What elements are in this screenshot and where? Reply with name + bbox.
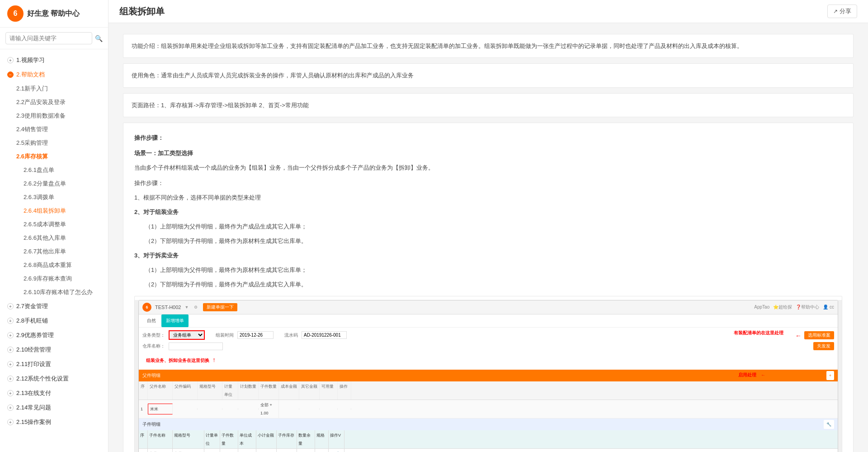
scene1-desc: 当由多个子件材料组装成一个成品的业务为【组装】业务，当由一个父件拆分成多个子产品… xyxy=(134,162,842,174)
th-child-qty: 子件数量 xyxy=(259,381,279,400)
nav-tree: + 1.视频学习 − 2.帮助文档 2.1新手入门 2.2产品安装及登录 2.3… xyxy=(0,49,108,452)
app-nav: 自然 新增增单 xyxy=(139,314,838,328)
app-icon-apptao: AppTao xyxy=(754,303,769,312)
app-settings-icon: ⚙ xyxy=(194,303,198,311)
section-add-btn[interactable]: + xyxy=(826,371,834,380)
sidebar-item-adjust[interactable]: 2.6.3调拨单 xyxy=(0,190,108,204)
sth-ucost: 单位成本 xyxy=(238,430,256,448)
app-icon-help: ❓帮助中心 xyxy=(796,303,819,312)
th-code: 父件编码 xyxy=(173,381,198,400)
sidebar-item-install[interactable]: 2.2产品安装及登录 xyxy=(0,95,108,109)
td-unit xyxy=(222,408,238,410)
sidebar-item-faq[interactable]: + 2.14常见问题 xyxy=(0,400,108,415)
app-company: TEST-H002 xyxy=(155,302,181,312)
section-bar-parent: 父件明细 + 启用处理 ← xyxy=(139,370,838,381)
sidebar-item-coupon[interactable]: + 2.9优惠券管理 xyxy=(0,328,108,343)
form-warehouse-input[interactable] xyxy=(169,343,223,350)
sidebar-item-split-take[interactable]: 2.6.2分量盘点单 xyxy=(0,177,108,190)
parent-table-row: 1 米米 全部 + 1.00 xyxy=(139,400,838,419)
path-text: 页面路径：1、库存核算->库存管理->组装拆卸单 2、首页->常用功能 xyxy=(132,102,309,109)
sidebar-item-stock-check[interactable]: 2.6.9库存账本查询 xyxy=(0,272,108,285)
sidebar-item-docs[interactable]: − 2.帮助文档 xyxy=(0,67,108,82)
sidebar-item-inventory[interactable]: 2.6库存核算 xyxy=(0,150,108,163)
step2-2: （2）下部明细为子件明细，最终作为原材料生成其它出库单。 xyxy=(134,235,842,247)
form-batch-btn[interactable]: 关发发 xyxy=(813,342,834,350)
app-form: 业务类型： 业务组单 业务拆单 组装时间 流水码 有装配清单的 xyxy=(139,328,838,370)
share-icon: ↗ xyxy=(833,8,838,14)
sth-op: 操作V xyxy=(329,430,344,448)
sidebar-item-cases[interactable]: + 2.15操作案例 xyxy=(0,415,108,429)
form-type-select[interactable]: 业务组单 业务拆单 xyxy=(169,330,205,340)
steps-block: 操作步骤： 场景一：加工类型选择 当由多个子件材料组装成一个成品的业务为【组装】… xyxy=(123,123,854,452)
td-avail xyxy=(320,408,338,410)
td-other xyxy=(299,408,320,410)
sidebar-item-wrong-account[interactable]: 2.6.10库存账本错了怎么办 xyxy=(0,285,108,299)
sidebar-item-payment[interactable]: + 2.13在线支付 xyxy=(0,386,108,400)
th-name: 父件名称 xyxy=(148,381,173,400)
sidebar-item-assembly[interactable]: 2.6.4组装拆卸单 xyxy=(0,204,108,218)
th-avail: 可用量 xyxy=(320,381,338,400)
sidebar-item-mobile[interactable]: + 2.8手机旺铺 xyxy=(0,314,108,328)
steps-title: 操作步骤： xyxy=(134,132,842,144)
app-new-btn[interactable]: 新建单据一下 xyxy=(203,303,237,311)
toggle-icon-ops: + xyxy=(7,347,14,353)
main-area: 组装拆卸单 ↗ 分享 功能介绍：组装拆卸单用来处理企业组装或拆卸等加工业务，支持… xyxy=(108,0,868,452)
sidebar-item-video[interactable]: + 1.视频学习 xyxy=(0,53,108,67)
td-idx: 1 xyxy=(139,404,148,414)
form-confirm-btn[interactable]: 选用标准案 xyxy=(804,331,834,339)
toggle-icon-docs: − xyxy=(7,71,14,78)
annotation-arrow-batch: ← xyxy=(761,371,765,380)
th-cost: 成本金额 xyxy=(279,381,299,400)
sidebar-item-purchase[interactable]: 2.5采购管理 xyxy=(0,136,108,150)
th-unit: 计量单位 xyxy=(222,381,238,400)
app-top-icons: AppTao ⭐超给探 ❓帮助中心 👤 cc xyxy=(754,303,834,312)
step2-1: （1）上部明细为父件明细，最终作为产成品生成其它入库单； xyxy=(134,221,842,233)
share-button[interactable]: ↗ 分享 xyxy=(827,5,857,18)
step1: 1、根据不同的业务，选择不同单据的类型来处理 xyxy=(134,192,842,204)
sub-table-row-1: 1 商品 1 商品4 + 4 30.00 30.00 0.00 0.00 🗑 📋 xyxy=(139,449,838,452)
annotation-arrow-topright: ← xyxy=(795,329,802,342)
section-child-add-btn[interactable]: 🔧 xyxy=(824,420,834,429)
std-unit-1 xyxy=(204,449,220,452)
app-topbar: 6 TEST-H002 ▼ ⚙ 新建单据一下 AppTao ⭐超给探 ❓帮助中心… xyxy=(139,300,838,314)
toggle-icon-cases: + xyxy=(7,419,14,425)
toggle-icon-system: + xyxy=(7,376,14,382)
search-button[interactable]: 🔍 xyxy=(95,35,103,42)
sidebar-item-cost-adjust[interactable]: 2.6.5成本调整单 xyxy=(0,218,108,231)
app-tab-home[interactable]: 自然 xyxy=(142,314,160,327)
form-date-input[interactable] xyxy=(237,331,274,339)
sth-stock: 子件库存 xyxy=(277,430,297,448)
section-label-parent: 父件明细 xyxy=(142,371,160,380)
std-ucost-1: 30.00 xyxy=(238,449,256,452)
sidebar-item-sales[interactable]: 2.4销售管理 xyxy=(0,123,108,136)
sidebar-item-print[interactable]: + 2.11打印设置 xyxy=(0,357,108,371)
parent-table-header: 序 父件名称 父件编码 规格型号 计量单位 计划数量 子件数量 成本金额 其它金… xyxy=(139,381,838,400)
td-spec xyxy=(198,408,222,410)
logo-title: 好生意 帮助中心 xyxy=(27,9,80,19)
step2-title: 2、对于组装业务 xyxy=(134,206,842,218)
step3-1: （1）上部明细为父件明细，最终作为原材料生成其它出库单； xyxy=(134,264,842,276)
form-batch-btn-area: 关发发 xyxy=(813,342,834,351)
sidebar-item-finance[interactable]: + 2.7资金管理 xyxy=(0,299,108,314)
toggle-icon-faq: + xyxy=(7,404,14,411)
sidebar-item-cost-reset[interactable]: 2.6.8商品成本重算 xyxy=(0,258,108,272)
form-code-input[interactable] xyxy=(302,331,347,339)
screenshot-image: 6 TEST-H002 ▼ ⚙ 新建单据一下 AppTao ⭐超给探 ❓帮助中心… xyxy=(135,300,842,452)
intro-box: 功能介绍：组装拆卸单用来处理企业组装或拆卸等加工业务，支持有固定装配清单的产品加… xyxy=(123,34,854,58)
sidebar-item-prepare[interactable]: 2.3使用前数据准备 xyxy=(0,109,108,123)
sidebar-item-other-in[interactable]: 2.6.6其他入库单 xyxy=(0,231,108,245)
sidebar-item-newbie[interactable]: 2.1新手入门 xyxy=(0,82,108,95)
app-logo: 6 xyxy=(142,303,151,312)
search-input[interactable] xyxy=(5,32,92,44)
app-mockup: 6 TEST-H002 ▼ ⚙ 新建单据一下 AppTao ⭐超给探 ❓帮助中心… xyxy=(138,300,838,452)
page-title: 组装拆卸单 xyxy=(119,5,165,18)
sidebar-item-other-out[interactable]: 2.6.7其他出库单 xyxy=(0,245,108,258)
app-tab-new[interactable]: 新增增单 xyxy=(161,314,189,327)
toggle-icon-mobile: + xyxy=(7,318,14,324)
sidebar-item-system[interactable]: + 2.12系统个性化设置 xyxy=(0,371,108,386)
sidebar-item-ops[interactable]: + 2.10经营管理 xyxy=(0,343,108,357)
std-stock-1: 0.00 xyxy=(277,449,297,452)
std-spec2-1 xyxy=(315,449,329,452)
role-text: 使用角色：通常由生产人员或库管人员完成拆装业务的操作，库管人员确认原材料的出库和… xyxy=(132,72,414,79)
sidebar-item-stocktake[interactable]: 2.6.1盘点单 xyxy=(0,163,108,177)
